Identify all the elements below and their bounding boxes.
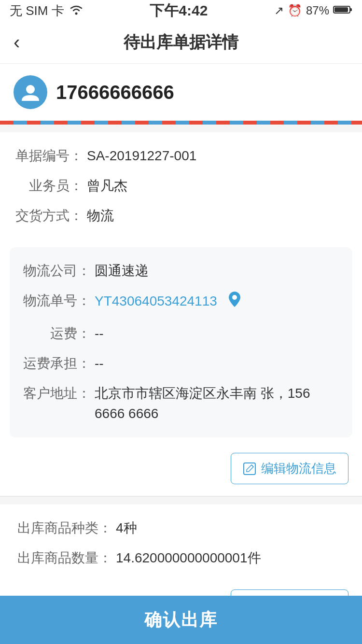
edit-logistics-label: 编辑物流信息	[261, 460, 336, 477]
order-no-row: 单据编号： SA-20191227-001	[15, 146, 347, 166]
tracking-value: YT43064053424113	[91, 291, 339, 314]
freight-label: 运费：	[23, 323, 91, 344]
salesman-value: 曾凡杰	[83, 176, 347, 196]
address-label: 客户地址：	[23, 383, 91, 404]
carrier-text: 无 SIM 卡	[10, 2, 64, 19]
back-button[interactable]: ‹	[14, 31, 20, 53]
battery-icon	[333, 4, 352, 17]
alarm-icon: ⏰	[288, 4, 302, 17]
salesman-row: 业务员： 曾凡杰	[15, 176, 347, 196]
svg-rect-2	[350, 8, 352, 11]
tracking-row: 物流单号： YT43064053424113	[23, 291, 339, 314]
edit-btn-row: 编辑物流信息	[0, 445, 362, 496]
avatar	[14, 75, 47, 109]
status-bar: 无 SIM 卡 下午4:42 ↗ ⏰ 87%	[0, 0, 362, 21]
logistics-company-row: 物流公司： 圆通速递	[23, 261, 339, 281]
goods-quantity-value: 14.620000000000001件	[112, 548, 347, 568]
delivery-row: 交货方式： 物流	[15, 206, 347, 226]
order-no-value: SA-20191227-001	[83, 146, 347, 166]
svg-point-5	[232, 295, 237, 300]
edit-logistics-button[interactable]: 编辑物流信息	[231, 453, 348, 484]
basic-info-section: 单据编号： SA-20191227-001 业务员： 曾凡杰 交货方式： 物流	[0, 132, 362, 239]
logistics-company-value: 圆通速递	[91, 261, 339, 281]
user-phone: 17666666666	[56, 82, 174, 103]
salesman-label: 业务员：	[15, 176, 83, 196]
logistics-section: 物流公司： 圆通速递 物流单号： YT43064053424113 运费： --…	[0, 239, 362, 445]
status-left: 无 SIM 卡	[10, 2, 84, 19]
svg-rect-3	[334, 7, 348, 12]
status-time: 下午4:42	[150, 1, 208, 21]
section-divider	[0, 496, 362, 497]
delivery-value: 物流	[83, 206, 347, 226]
svg-point-4	[26, 85, 35, 94]
confirm-area[interactable]: 确认出库	[0, 596, 362, 644]
order-no-label: 单据编号：	[15, 146, 83, 166]
goods-quantity-label: 出库商品数量：	[15, 548, 112, 568]
logistics-card: 物流公司： 圆通速递 物流单号： YT43064053424113 运费： --…	[10, 247, 352, 437]
freight-bear-label: 运费承担：	[23, 353, 91, 374]
tracking-label: 物流单号：	[23, 291, 91, 311]
freight-row: 运费： --	[23, 323, 339, 344]
nav-bar: ‹ 待出库单据详情	[0, 21, 362, 64]
status-right: ↗ ⏰ 87%	[274, 4, 352, 17]
goods-section: 出库商品种类： 4种 出库商品数量： 14.620000000000001件	[0, 504, 362, 582]
svg-rect-6	[244, 463, 255, 475]
goods-types-value: 4种	[112, 518, 347, 538]
address-value: 北京市市辖区海淀区永丰南 张，156 6666 6666	[91, 383, 339, 424]
page-title: 待出库单据详情	[124, 31, 238, 54]
wifi-icon	[69, 3, 84, 18]
confirm-button-label: 确认出库	[144, 608, 218, 632]
svg-point-0	[75, 12, 77, 14]
goods-types-label: 出库商品种类：	[15, 518, 112, 538]
logistics-company-label: 物流公司：	[23, 261, 91, 281]
freight-bear-row: 运费承担： --	[23, 353, 339, 374]
freight-value: --	[91, 323, 339, 344]
delivery-label: 交货方式：	[15, 206, 83, 226]
freight-bear-value: --	[91, 353, 339, 374]
goods-quantity-row: 出库商品数量： 14.620000000000001件	[15, 548, 347, 568]
battery-text: 87%	[306, 4, 329, 17]
location-status-icon: ↗	[274, 4, 284, 17]
address-row: 客户地址： 北京市市辖区海淀区永丰南 张，156 6666 6666	[23, 383, 339, 424]
goods-types-row: 出库商品种类： 4种	[15, 518, 347, 538]
map-pin-icon[interactable]	[227, 291, 242, 314]
dashed-divider	[0, 121, 362, 125]
user-header: 17666666666	[0, 64, 362, 121]
